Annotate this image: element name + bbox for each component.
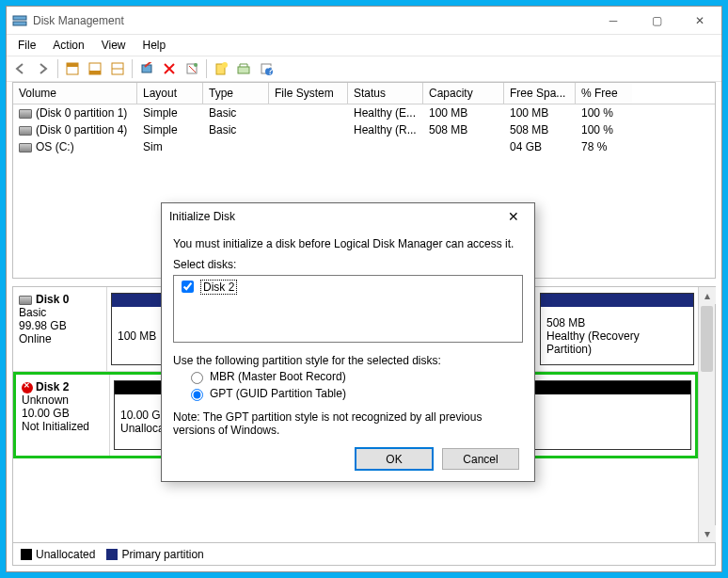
col-type[interactable]: Type [203, 83, 269, 104]
tb-split-icon[interactable] [107, 58, 128, 79]
volume-row[interactable]: OS (C:) Sim 04 GB 78 % [13, 138, 715, 155]
mbr-radio[interactable] [191, 372, 203, 384]
window-title: Disk Management [33, 14, 592, 27]
tb-help-icon[interactable]: ? [256, 58, 277, 79]
col-volume[interactable]: Volume [13, 83, 137, 104]
vol-layout: Simple [137, 104, 203, 121]
disk-title: Disk 0 [36, 293, 69, 306]
col-capacity[interactable]: Capacity [423, 83, 504, 104]
gpt-note: Note: The GPT partition style is not rec… [173, 410, 523, 437]
tb-bottom-icon[interactable] [85, 58, 105, 79]
disk-type: Basic [19, 306, 101, 319]
scroll-up-icon[interactable]: ▴ [699, 287, 716, 304]
cancel-button[interactable]: Cancel [442, 448, 519, 470]
menu-action[interactable]: Action [45, 37, 91, 54]
select-disks-listbox[interactable]: Disk 2 [173, 275, 523, 343]
vol-free: 100 MB [504, 104, 576, 121]
volume-row[interactable]: (Disk 0 partition 4) Simple Basic Health… [13, 121, 715, 138]
disk-size: 99.98 GB [19, 319, 101, 332]
partition-efi[interactable]: 100 MB [111, 293, 166, 365]
legend-primary: Primary partition [106, 548, 203, 561]
disk-info-disk2[interactable]: Disk 2 Unknown 10.00 GB Not Initialized [16, 375, 110, 456]
content-area: Volume Layout Type File System Status Ca… [7, 82, 721, 571]
col-pct[interactable]: % Free [576, 83, 632, 104]
vol-fs [269, 138, 348, 155]
col-layout[interactable]: Layout [137, 83, 203, 104]
tb-top-icon[interactable] [62, 58, 83, 79]
tb-delete-icon[interactable] [159, 58, 180, 79]
toolbar-separator [57, 59, 58, 78]
forward-icon[interactable] [33, 58, 54, 79]
disk-state: Not Initialized [22, 420, 103, 433]
menu-help[interactable]: Help [135, 37, 174, 54]
select-disks-label: Select disks: [173, 258, 523, 271]
toolbar-separator [206, 59, 207, 78]
gpt-radio[interactable] [191, 389, 203, 401]
volume-icon [19, 143, 32, 153]
disk-state: Online [19, 332, 101, 345]
disk-icon [19, 296, 32, 305]
svg-rect-13 [238, 67, 249, 73]
disk-checkbox-row[interactable]: Disk 2 [178, 278, 518, 296]
tb-new-icon[interactable] [211, 58, 231, 79]
vol-name: (Disk 0 partition 4) [36, 123, 127, 136]
error-icon [22, 382, 33, 393]
tb-settings-icon[interactable] [136, 58, 157, 79]
vol-status: Healthy (E... [348, 104, 423, 121]
app-icon [12, 13, 27, 28]
ok-button[interactable]: OK [356, 448, 433, 470]
legend: Unallocated Primary partition [12, 543, 716, 566]
radio-gpt-row[interactable]: GPT (GUID Partition Table) [186, 386, 510, 401]
partition-recovery[interactable]: 508 MB Healthy (Recovery Partition) [540, 293, 694, 365]
scroll-down-icon[interactable]: ▾ [699, 525, 716, 542]
vol-capacity: 100 MB [423, 104, 504, 121]
vol-pct: 100 % [576, 121, 632, 138]
partition-style-label: Use the following partition style for th… [173, 354, 523, 367]
col-status[interactable]: Status [348, 83, 423, 104]
vol-type [203, 138, 269, 155]
vol-fs [269, 121, 348, 138]
toolbar-separator [132, 59, 133, 78]
maximize-button[interactable]: ▢ [635, 7, 678, 35]
vol-capacity: 508 MB [423, 121, 504, 138]
tb-properties-icon[interactable] [182, 58, 202, 79]
disk-pane-scrollbar[interactable]: ▴ ▾ [698, 287, 715, 542]
menu-view[interactable]: View [94, 37, 134, 54]
back-icon[interactable] [10, 58, 31, 79]
vol-pct: 100 % [576, 104, 632, 121]
disk-item-label: Disk 2 [200, 280, 237, 295]
toolbar: ? [7, 56, 721, 82]
vol-fs [269, 104, 348, 121]
titlebar: Disk Management ─ ▢ ✕ [7, 7, 721, 35]
gpt-label: GPT (GUID Partition Table) [210, 387, 346, 400]
col-free[interactable]: Free Spa... [504, 83, 576, 104]
vol-layout: Simple [137, 121, 203, 138]
partition-header [541, 294, 693, 307]
volume-icon [19, 109, 32, 119]
scroll-thumb[interactable] [701, 306, 713, 372]
partition-header [112, 294, 165, 307]
volume-row[interactable]: (Disk 0 partition 1) Simple Basic Health… [13, 104, 715, 121]
disk-title: Disk 2 [36, 380, 69, 393]
svg-point-10 [194, 63, 198, 67]
dialog-intro: You must initialize a disk before Logica… [173, 237, 523, 250]
disk-info-disk0[interactable]: Disk 0 Basic 99.98 GB Online [13, 287, 107, 371]
dialog-titlebar: Initialize Disk ✕ [162, 203, 534, 230]
dialog-close-button[interactable]: ✕ [500, 209, 527, 224]
disk2-checkbox[interactable] [182, 281, 194, 293]
vol-name: OS (C:) [36, 140, 74, 153]
col-fs[interactable]: File System [269, 83, 348, 104]
svg-rect-0 [13, 16, 26, 20]
close-button[interactable]: ✕ [678, 7, 721, 35]
vol-status [348, 138, 423, 155]
svg-point-12 [222, 62, 228, 68]
vol-name: (Disk 0 partition 1) [36, 106, 127, 120]
radio-mbr-row[interactable]: MBR (Master Boot Record) [186, 369, 510, 384]
minimize-button[interactable]: ─ [592, 7, 635, 35]
mbr-label: MBR (Master Boot Record) [210, 370, 346, 383]
svg-rect-3 [67, 63, 78, 67]
tb-newvol-icon[interactable] [233, 58, 254, 79]
vol-type: Basic [203, 121, 269, 138]
initialize-disk-dialog: Initialize Disk ✕ You must initialize a … [161, 202, 535, 482]
menu-file[interactable]: File [10, 37, 43, 54]
